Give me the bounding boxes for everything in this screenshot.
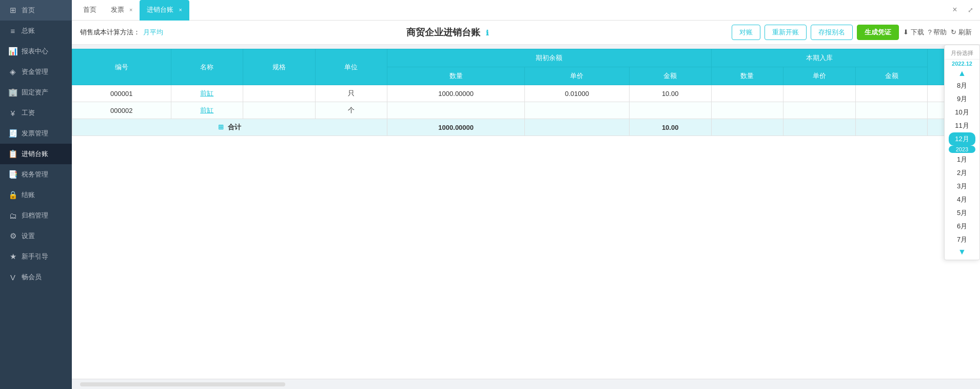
sidebar-item-salary[interactable]: ¥ 工资 [0, 103, 72, 123]
month-item-7[interactable]: 7月 [945, 233, 979, 246]
cell-name: 前缸 [171, 85, 243, 102]
sidebar-item-close-accounts[interactable]: 🔒 结账 [0, 185, 72, 205]
cell-spec [243, 85, 316, 102]
total-label: ⊞ 合计 [72, 119, 387, 136]
toolbar-title: 商贸企业进销台账 ℹ [163, 26, 732, 38]
tab-home[interactable]: 首页 [76, 0, 104, 21]
sidebar-item-home[interactable]: ⊞ 首页 [0, 0, 72, 21]
tab-purchase-sales[interactable]: 进销台账 × [140, 0, 189, 21]
current-year-label: 2022.12 [945, 60, 979, 68]
sidebar-item-archive[interactable]: 🗂 归档管理 [0, 205, 72, 226]
sidebar-item-member[interactable]: V 畅会员 [0, 267, 72, 287]
month-item-8[interactable]: 8月 [945, 79, 979, 92]
col-period-inbound: 本期入库 [711, 49, 928, 67]
invoice-icon: 🧾 [8, 129, 17, 138]
toolbar-left: 销售成本计算方法： 月平均 [80, 28, 163, 37]
sidebar: ⊞ 首页 ≡ 总账 📊 报表中心 ◈ 资金管理 🏢 固定资产 ¥ 工资 🧾 发票… [0, 0, 72, 389]
sidebar-item-label: 资金管理 [22, 67, 48, 76]
sidebar-item-label: 税务管理 [22, 170, 48, 179]
col-unit: 单位 [315, 49, 387, 85]
sidebar-item-purchase-sales[interactable]: 📋 进销台账 [0, 144, 72, 164]
salary-icon: ¥ [8, 109, 17, 118]
cell-inbound-amount [855, 85, 928, 102]
month-item-11[interactable]: 11月 [945, 119, 979, 132]
total-price [525, 119, 629, 136]
cell-name: 前缸 [171, 102, 243, 119]
total-amount: 10.00 [629, 119, 711, 136]
sidebar-item-reports[interactable]: 📊 报表中心 [0, 41, 72, 62]
data-table: 编号 名称 规格 单位 期初余额 本期入库 数 数量 单价 金额 数 [72, 49, 980, 136]
home-tab-label: 首页 [83, 5, 96, 14]
month-item-3[interactable]: 3月 [945, 180, 979, 193]
sidebar-item-newbie[interactable]: ★ 新手引导 [0, 246, 72, 267]
cell-price: 0.01000 [525, 85, 629, 102]
total-inbound-qty [711, 119, 783, 136]
cell-price [525, 102, 629, 119]
help-icon: ? [928, 28, 932, 36]
sidebar-item-label: 进销台账 [22, 149, 48, 159]
col-code: 编号 [72, 49, 171, 85]
content-area: 销售成本计算方法： 月平均 商贸企业进销台账 ℹ 对账 重新开账 存报别名 生成… [72, 21, 980, 389]
tab-bar: 首页 发票 × 进销台账 × × ⤢ [72, 0, 980, 21]
sidebar-item-fund-mgmt[interactable]: ◈ 资金管理 [0, 62, 72, 82]
month-selector-panel: 月份选择 2022.12 ▲ 8月 9月 10月 11月 12月 2023 1月… [944, 45, 980, 260]
month-item-5[interactable]: 5月 [945, 206, 979, 220]
reports-icon: 📊 [8, 47, 17, 56]
cell-qty: 1000.00000 [387, 85, 525, 102]
month-nav-down[interactable]: ▼ [945, 246, 979, 258]
duizhang-button[interactable]: 对账 [732, 25, 760, 40]
maximize-window-button[interactable]: ⤢ [965, 4, 976, 15]
col-amount: 金额 [629, 67, 711, 85]
tab-invoice[interactable]: 发票 × [104, 0, 140, 21]
sidebar-item-label: 发票管理 [22, 129, 48, 138]
month-item-4[interactable]: 4月 [945, 193, 979, 206]
main-content: 首页 发票 × 进销台账 × × ⤢ 销售成本计算方法： 月平均 商贸企业进销台… [72, 0, 980, 389]
table-container[interactable]: 编号 名称 规格 单位 期初余额 本期入库 数 数量 单价 金额 数 [72, 49, 980, 379]
sidebar-item-label: 报表中心 [22, 47, 48, 56]
download-button[interactable]: ⬇ 下载 [903, 28, 924, 37]
sidebar-item-label: 工资 [22, 108, 35, 118]
total-icon: ⊞ [218, 123, 224, 131]
col-spec: 规格 [243, 49, 316, 85]
sidebar-item-invoice-mgmt[interactable]: 🧾 发票管理 [0, 123, 72, 144]
month-nav-up[interactable]: ▲ [945, 68, 979, 79]
cell-amount: 10.00 [629, 85, 711, 102]
window-controls: × ⤢ [949, 4, 976, 15]
invoice-tab-close[interactable]: × [129, 7, 132, 13]
cost-method-label: 销售成本计算方法： [80, 28, 140, 37]
month-item-2[interactable]: 2月 [945, 166, 979, 180]
month-item-6[interactable]: 6月 [945, 220, 979, 233]
purchase-icon: 📋 [8, 149, 17, 159]
cell-amount [629, 102, 711, 119]
help-button[interactable]: ? 帮助 [928, 28, 947, 37]
info-icon: ℹ [486, 29, 488, 37]
month-item-10[interactable]: 10月 [945, 106, 979, 119]
generate-button[interactable]: 生成凭证 [857, 25, 899, 40]
purchase-sales-tab-close[interactable]: × [179, 7, 182, 13]
cell-unit: 个 [315, 102, 387, 119]
month-item-1[interactable]: 1月 [945, 153, 979, 166]
close-accounts-icon: 🔒 [8, 190, 17, 200]
sidebar-item-settings[interactable]: ⚙ 设置 [0, 226, 72, 246]
close-window-button[interactable]: × [949, 4, 961, 15]
month-panel-title: 月份选择 [945, 47, 979, 60]
savename-button[interactable]: 存报别名 [811, 25, 853, 40]
fund-icon: ◈ [8, 67, 17, 76]
sidebar-item-label: 畅会员 [22, 273, 42, 282]
page-bottom [72, 379, 980, 389]
horizontal-scrollbar[interactable] [80, 382, 285, 386]
col-qty: 数量 [387, 67, 525, 85]
table-row: 000001 前缸 只 1000.00000 0.01000 10.00 [72, 85, 980, 102]
total-inbound-amount [855, 119, 928, 136]
month-item-9[interactable]: 9月 [945, 92, 979, 106]
refresh-button[interactable]: ↻ 刷新 [951, 28, 972, 37]
total-row: ⊞ 合计 1000.00000 10.00 [72, 119, 980, 136]
ledger-icon: ≡ [8, 27, 17, 35]
sidebar-item-fixed-assets[interactable]: 🏢 固定资产 [0, 82, 72, 103]
member-icon: V [8, 273, 17, 282]
month-item-12[interactable]: 12月 [949, 132, 975, 146]
reopen-button[interactable]: 重新开账 [765, 25, 807, 40]
col-price2: 单价 [783, 67, 856, 85]
sidebar-item-tax-mgmt[interactable]: 📑 税务管理 [0, 164, 72, 185]
sidebar-item-general-ledger[interactable]: ≡ 总账 [0, 21, 72, 41]
